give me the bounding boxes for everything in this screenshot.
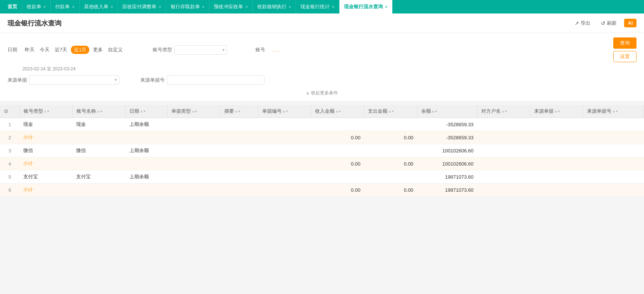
cell-summary	[221, 184, 258, 197]
cell-source_doc_no	[583, 118, 644, 131]
cell-summary	[221, 170, 258, 184]
cell-doc_type	[167, 118, 220, 131]
close-icon[interactable]: ×	[289, 4, 291, 9]
cell-counter_party	[477, 144, 530, 157]
cell-row_num: 6	[0, 184, 20, 197]
nav-tab-现金银行流水查询[interactable]: 现金银行流水查询×	[339, 0, 392, 13]
cell-date: 上期余额	[126, 144, 168, 157]
nav-tab-应收应付调整单[interactable]: 应收应付调整单×	[118, 0, 166, 13]
cell-doc_no	[258, 184, 311, 197]
account-type-select-wrapper: ▾	[174, 45, 227, 55]
col-header-source_doc: 来源单据▲▼	[530, 105, 583, 118]
cell-income	[311, 118, 364, 131]
page-title: 现金银行流水查询	[8, 19, 62, 28]
nav-tab-收款核销执行[interactable]: 收款核销执行×	[253, 0, 296, 13]
nav-tab-预收冲应收单[interactable]: 预收冲应收单×	[209, 0, 252, 13]
date-more[interactable]: 更多	[92, 46, 104, 54]
cell-account_name	[72, 184, 125, 197]
export-button[interactable]: ↗ 导出	[572, 18, 593, 28]
cell-expense	[364, 170, 417, 184]
cell-account_name: 微信	[72, 144, 125, 157]
cell-balance: 19871073.60	[417, 184, 477, 197]
cell-doc_no	[258, 144, 311, 157]
date-custom[interactable]: 自定义	[107, 46, 124, 54]
nav-bar: 首页 收款单×付款单×其他收入单×应收应付调整单×银行存取款单×预收冲应收单×收…	[0, 0, 644, 13]
cell-doc_type	[167, 131, 220, 144]
collapse-up-icon: ∧	[306, 91, 309, 96]
nav-tab-银行存取款单[interactable]: 银行存取款单×	[166, 0, 209, 13]
date-near7[interactable]: 近7天	[53, 46, 69, 54]
close-icon[interactable]: ×	[44, 4, 46, 9]
sort-icon-source_doc_no[interactable]: ▲▼	[612, 110, 618, 113]
collapse-bar[interactable]: ∧ 收起更多条件	[8, 88, 636, 97]
cell-account_type: 小计	[20, 157, 72, 170]
account-dots-button[interactable]: ...	[273, 46, 280, 53]
cell-source_doc	[530, 118, 583, 131]
sort-icon-account_type[interactable]: ▲▼	[44, 110, 50, 113]
sort-icon-doc_no[interactable]: ▲▼	[282, 110, 288, 113]
table-row: 3微信微信上期余额100102606.60	[0, 144, 644, 157]
cell-source_doc	[530, 184, 583, 197]
cell-balance: -3528659.33	[417, 131, 477, 144]
close-icon[interactable]: ×	[332, 4, 334, 9]
date-today[interactable]: 今天	[38, 46, 51, 54]
nav-home[interactable]: 首页	[3, 0, 22, 13]
sort-icon-source_doc[interactable]: ▲▼	[554, 110, 560, 113]
account-type-select[interactable]	[174, 45, 227, 55]
account-label: 账号	[255, 46, 269, 53]
close-icon[interactable]: ×	[202, 4, 204, 9]
cell-counter_party	[477, 118, 530, 131]
date-near1m[interactable]: 近1月	[71, 46, 89, 54]
col-header-account_name: 账号名称▲▼	[72, 105, 125, 118]
cell-row_num: 5	[0, 170, 20, 184]
source-doc-no-input[interactable]	[167, 75, 264, 85]
cell-expense	[364, 118, 417, 131]
cell-doc_type	[167, 157, 220, 170]
sort-icon-income[interactable]: ▲▼	[335, 110, 341, 113]
nav-tab-付款单[interactable]: 付款单×	[51, 0, 79, 13]
close-icon[interactable]: ×	[111, 4, 113, 9]
col-header-doc_no: 单据编号▲▼	[258, 105, 311, 118]
sort-icon-summary[interactable]: ▲▼	[235, 110, 241, 113]
cell-account_type: 现金	[20, 118, 72, 131]
table-row: 6小计0.000.0019871073.60	[0, 184, 644, 197]
source-doc-select[interactable]	[29, 75, 119, 85]
cell-date	[126, 131, 168, 144]
table-row: 2小计0.000.00-3528659.33	[0, 131, 644, 144]
nav-tab-收款单[interactable]: 收款单×	[22, 0, 51, 13]
gear-icon[interactable]: ⚙	[4, 108, 9, 114]
sort-icon-counter_party[interactable]: ▲▼	[501, 110, 507, 113]
settings-button[interactable]: 设置	[613, 51, 636, 62]
cell-source_doc_no	[583, 184, 644, 197]
sort-icon-date[interactable]: ▲▼	[140, 110, 146, 113]
sort-icon-account_name[interactable]: ▲▼	[97, 110, 103, 113]
query-button[interactable]: 查询	[613, 37, 636, 49]
close-icon[interactable]: ×	[159, 4, 161, 9]
close-icon[interactable]: ×	[72, 4, 74, 9]
nav-tab-其他收入单[interactable]: 其他收入单×	[80, 0, 118, 13]
table-header-row: ⚙账号类型▲▼账号名称▲▼日期▲▼单据类型▲▼摘要▲▼单据编号▲▼收入金额▲▼支…	[0, 105, 644, 118]
cell-income: 0.00	[311, 184, 364, 197]
date-yesterday[interactable]: 昨天	[23, 46, 36, 54]
nav-tab-现金银行统计[interactable]: 现金银行统计×	[296, 0, 339, 13]
cell-balance: -3528659.33	[417, 118, 477, 131]
col-header-counter_party: 对方户名▲▼	[477, 105, 530, 118]
col-header-gear: ⚙	[0, 105, 20, 118]
refresh-button[interactable]: ↺ 刷新	[598, 18, 620, 28]
sort-icon-balance[interactable]: ▲▼	[432, 110, 438, 113]
sort-icon-expense[interactable]: ▲▼	[388, 110, 394, 113]
cell-account_name: 支付宝	[72, 170, 125, 184]
col-header-balance: 余额▲▼	[417, 105, 477, 118]
close-icon[interactable]: ×	[245, 4, 248, 9]
cell-summary	[221, 157, 258, 170]
cell-balance: 19871073.60	[417, 170, 477, 184]
cell-account_name: 现金	[72, 118, 125, 131]
cell-balance: 100102606.60	[417, 157, 477, 170]
close-icon[interactable]: ×	[385, 4, 387, 9]
cell-account_type: 小计	[20, 131, 72, 144]
sort-icon-doc_type[interactable]: ▲▼	[192, 110, 198, 113]
cell-summary	[221, 118, 258, 131]
ai-button[interactable]: Ai	[624, 19, 636, 27]
table-row: 1现金现金上期余额-3528659.33	[0, 118, 644, 131]
cell-doc_no	[258, 131, 311, 144]
